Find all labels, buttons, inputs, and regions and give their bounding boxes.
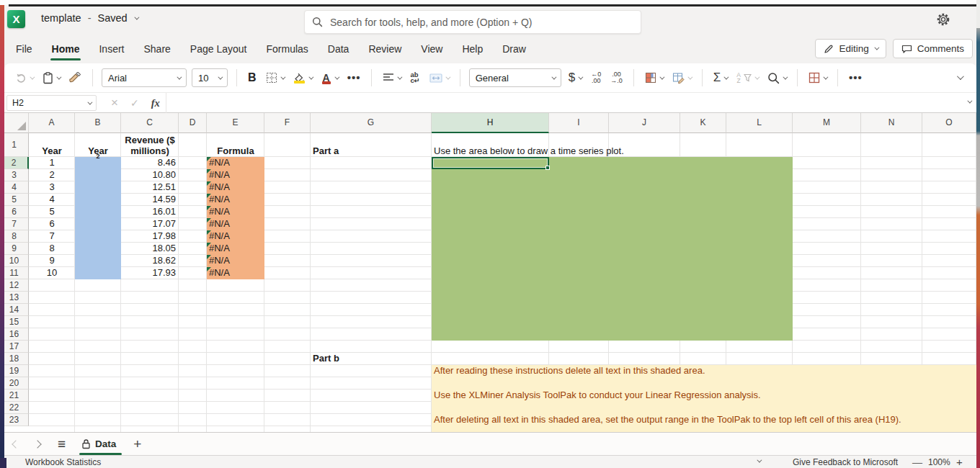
row-header-14[interactable]: 14 xyxy=(0,304,29,316)
document-title[interactable]: template xyxy=(41,12,81,24)
conditional-formatting-chevron-icon[interactable] xyxy=(659,74,664,79)
save-status-chevron-icon[interactable] xyxy=(134,14,139,19)
column-header-I[interactable]: I xyxy=(549,113,609,133)
tab-insert[interactable]: Insert xyxy=(99,35,124,63)
font-size-select[interactable]: 10 xyxy=(192,68,228,87)
row-header-5[interactable]: 5 xyxy=(0,194,29,206)
row-header-3[interactable]: 3 xyxy=(0,169,29,181)
decrease-decimal-button[interactable]: .00→.0 xyxy=(608,68,625,88)
row-header-17[interactable]: 17 xyxy=(0,341,29,353)
cell-C3[interactable]: 10.80 xyxy=(121,169,179,181)
cell-A3[interactable]: 2 xyxy=(29,169,75,181)
tab-draw[interactable]: Draw xyxy=(502,35,526,63)
cell-A6[interactable]: 5 xyxy=(29,206,75,218)
row-header-19[interactable]: 19 xyxy=(0,365,29,377)
cell-E9[interactable]: #N/A xyxy=(207,243,264,255)
tab-view[interactable]: View xyxy=(421,35,442,63)
feedback-link[interactable]: Give Feedback to Microsoft xyxy=(793,457,898,467)
tab-data[interactable]: Data xyxy=(328,35,349,63)
cancel-entry-icon[interactable]: × xyxy=(111,94,118,112)
tab-page-layout[interactable]: Page Layout xyxy=(190,35,247,63)
more-commands-button[interactable]: ••• xyxy=(847,68,865,88)
search-input[interactable] xyxy=(330,17,633,28)
column-header-A[interactable]: A xyxy=(29,113,75,133)
column-header-K[interactable]: K xyxy=(680,113,726,133)
row-header-11[interactable]: 11 xyxy=(0,267,29,279)
tab-help[interactable]: Help xyxy=(462,35,483,63)
column-header-C[interactable]: C xyxy=(121,113,179,133)
cell-E11[interactable]: #N/A xyxy=(207,267,264,279)
cell-A2[interactable]: 1 xyxy=(29,157,75,169)
row-header-7[interactable]: 7 xyxy=(0,218,29,230)
column-header-B[interactable]: B xyxy=(75,113,121,133)
spreadsheet-grid[interactable]: ABCDEFGHIJKLMNO1234567891011121314151617… xyxy=(0,113,976,432)
cell-E3[interactable]: #N/A xyxy=(207,169,264,181)
currency-format-button[interactable]: $ xyxy=(566,68,584,88)
select-all-corner[interactable] xyxy=(0,113,29,133)
cell-C4[interactable]: 12.51 xyxy=(121,181,179,194)
increase-decimal-button[interactable]: ←0.00 xyxy=(589,68,603,88)
name-box[interactable]: H2 xyxy=(6,95,97,111)
cell-H23[interactable]: After deleting all text in this shaded a… xyxy=(432,414,549,426)
column-header-F[interactable]: F xyxy=(264,113,311,133)
cells-chevron-icon[interactable] xyxy=(823,74,828,79)
row-header-4[interactable]: 4 xyxy=(0,181,29,194)
tab-review[interactable]: Review xyxy=(368,35,401,63)
cell-H21[interactable]: Use the XLMiner Analysis ToolPak to cond… xyxy=(432,390,549,402)
bold-button[interactable]: B xyxy=(246,68,259,88)
column-header-E[interactable]: E xyxy=(207,113,264,133)
cell-A8[interactable]: 7 xyxy=(29,230,75,243)
alignment-chevron-icon[interactable] xyxy=(398,74,403,79)
borders-button[interactable] xyxy=(264,68,286,88)
column-header-O[interactable]: O xyxy=(922,113,976,133)
insert-function-icon[interactable]: fx xyxy=(151,97,160,109)
name-box-chevron-icon[interactable] xyxy=(87,99,92,104)
cell-E6[interactable]: #N/A xyxy=(207,206,264,218)
tab-share[interactable]: Share xyxy=(143,35,170,63)
next-sheet-chevron-icon[interactable] xyxy=(33,440,41,448)
editing-mode-button[interactable]: Editing xyxy=(815,39,886,58)
font-name-select[interactable]: Arial xyxy=(102,68,187,87)
cell-A11[interactable]: 10 xyxy=(29,267,75,279)
cell-E7[interactable]: #N/A xyxy=(207,218,264,230)
status-bar-chevron-icon[interactable] xyxy=(757,458,762,463)
cell-A9[interactable]: 8 xyxy=(29,243,75,255)
formula-input[interactable] xyxy=(166,93,958,113)
column-header-L[interactable]: L xyxy=(726,113,793,133)
wrap-text-button[interactable]: abc↵ xyxy=(408,68,422,88)
cell-B1[interactable]: Year2 xyxy=(75,133,121,157)
cell-H19[interactable]: After reading these instructions delete … xyxy=(432,365,549,377)
alignment-button[interactable] xyxy=(380,68,403,88)
find-chevron-icon[interactable] xyxy=(783,74,788,79)
cell-C8[interactable]: 17.98 xyxy=(121,230,179,243)
row-header-9[interactable]: 9 xyxy=(0,243,29,255)
format-painter-button[interactable] xyxy=(67,68,84,88)
autosum-button[interactable]: Σ xyxy=(711,68,730,88)
format-as-table-button[interactable] xyxy=(670,68,693,88)
paste-chevron-icon[interactable] xyxy=(56,74,61,79)
settings-gear-icon[interactable] xyxy=(935,12,951,27)
paste-button[interactable] xyxy=(40,68,62,88)
cell-C11[interactable]: 17.93 xyxy=(121,267,179,279)
cell-C6[interactable]: 16.01 xyxy=(121,206,179,218)
cell-E4[interactable]: #N/A xyxy=(207,181,264,194)
more-font-options-button[interactable]: ••• xyxy=(345,68,363,88)
cell-C2[interactable]: 8.46 xyxy=(121,157,179,169)
fill-color-button[interactable] xyxy=(291,68,314,88)
cell-A4[interactable]: 3 xyxy=(29,181,75,194)
row-header-22[interactable]: 22 xyxy=(0,402,29,414)
sheet-tab-data[interactable]: Data xyxy=(81,433,116,456)
comments-button[interactable]: Comments xyxy=(893,39,973,58)
undo-button[interactable] xyxy=(13,68,35,88)
cell-C5[interactable]: 14.59 xyxy=(121,194,179,206)
column-header-M[interactable]: M xyxy=(793,113,861,133)
cell-G18[interactable]: Part b xyxy=(311,353,432,365)
sort-filter-button[interactable]: A Z xyxy=(734,68,760,88)
autosum-chevron-icon[interactable] xyxy=(724,74,729,79)
cell-C7[interactable]: 17.07 xyxy=(121,218,179,230)
column-header-H[interactable]: H xyxy=(432,113,549,133)
row-header-2[interactable]: 2 xyxy=(0,157,29,169)
column-header-N[interactable]: N xyxy=(861,113,922,133)
cell-E2[interactable]: #N/A xyxy=(207,157,264,169)
cell-E8[interactable]: #N/A xyxy=(207,230,264,243)
